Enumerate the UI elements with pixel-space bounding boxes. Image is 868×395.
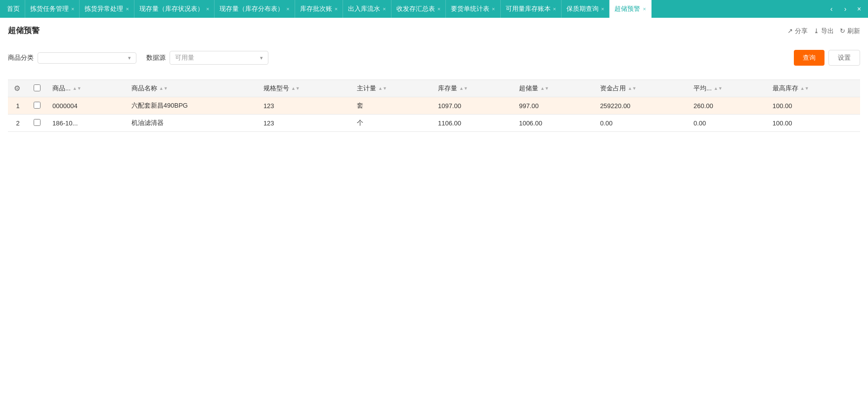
row-checkbox[interactable] (34, 119, 41, 126)
sort-icon: ▲▼ (159, 86, 168, 91)
share-button[interactable]: ↗ 分享 (787, 27, 808, 36)
row-stock-qty: 1106.00 (432, 115, 513, 132)
row-product-name: 六配套新昌490BPG (126, 97, 258, 115)
nav-arrows: ‹ › × (825, 0, 866, 18)
nav-tab-order-stat[interactable]: 要货单统计表 × (446, 0, 500, 18)
nav-tab-inout-flow[interactable]: 出入库流水 × (343, 0, 391, 18)
nav-more-button[interactable]: × (852, 0, 866, 18)
close-icon[interactable]: × (126, 6, 129, 12)
table-th-stock-qty[interactable]: 库存量 ▲▼ (432, 80, 513, 97)
close-icon[interactable]: × (553, 6, 556, 12)
export-icon: ⤓ (814, 27, 819, 35)
sort-icon: ▲▼ (459, 86, 468, 91)
close-icon[interactable]: × (383, 6, 386, 12)
datasource-label: 数据源 (146, 53, 166, 62)
row-spec: 123 (258, 115, 351, 132)
row-avg: 0.00 (688, 115, 767, 132)
close-icon[interactable]: × (206, 6, 209, 12)
row-capital: 0.00 (594, 115, 688, 132)
category-filter-item: 商品分类 ▾ (8, 52, 136, 64)
nav-tab-recv-send[interactable]: 收发存汇总表 × (391, 0, 446, 18)
chevron-down-icon: ▾ (260, 55, 263, 61)
close-icon[interactable]: × (643, 6, 646, 12)
category-label: 商品分类 (8, 53, 34, 62)
close-icon[interactable]: × (335, 6, 338, 12)
page-header: 超储预警 ↗ 分享 ⤓ 导出 ↻ 刷新 (8, 26, 860, 36)
row-num: 1 (8, 97, 28, 115)
table-th-product-code[interactable]: 商品... ▲▼ (46, 80, 126, 97)
table-row: 1 0000004 六配套新昌490BPG 123 套 1097.00 997.… (8, 97, 860, 115)
refresh-button[interactable]: ↻ 刷新 (840, 27, 860, 36)
row-stock-qty: 1097.00 (432, 97, 513, 115)
table-th-unit[interactable]: 主计量 ▲▼ (351, 80, 432, 97)
sort-icon: ▲▼ (714, 86, 723, 91)
row-max-stock: 100.00 (767, 97, 860, 115)
table-th-max-stock[interactable]: 最高库存 ▲▼ (767, 80, 860, 97)
table-th-capital[interactable]: 资金占用 ▲▼ (594, 80, 688, 97)
row-num: 2 (8, 115, 28, 132)
sort-icon: ▲▼ (73, 86, 82, 91)
row-product-name: 机油滤清器 (126, 115, 258, 132)
table-th-over-qty[interactable]: 超储量 ▲▼ (513, 80, 594, 97)
settings-button[interactable]: 设置 (828, 50, 860, 66)
sort-icon: ▲▼ (291, 86, 300, 91)
row-max-stock: 100.00 (767, 115, 860, 132)
nav-tab-avail-stock[interactable]: 可用量库存账本 × (501, 0, 562, 18)
close-icon[interactable]: × (71, 6, 74, 12)
select-all-checkbox[interactable] (34, 84, 41, 91)
table-row: 2 186-10... 机油滤清器 123 个 1106.00 1006.00 … (8, 115, 860, 132)
row-unit: 套 (351, 97, 432, 115)
nav-tab-stock-status[interactable]: 现存量（库存状况表） × (134, 0, 215, 18)
top-navigation: 首页 拣货任务管理 × 拣货异常处理 × 现存量（库存状况表） × 现存量（库存… (0, 0, 868, 18)
row-over-qty: 997.00 (513, 97, 594, 115)
table-th-product-name[interactable]: 商品名称 ▲▼ (126, 80, 258, 97)
sort-icon: ▲▼ (628, 86, 637, 91)
refresh-icon: ↻ (840, 27, 845, 35)
data-table: ⚙ 商品... ▲▼ 商品名称 ▲▼ (8, 79, 860, 132)
nav-tab-home[interactable]: 首页 (2, 0, 25, 18)
nav-tab-batch-account[interactable]: 库存批次账 × (295, 0, 343, 18)
close-icon[interactable]: × (492, 6, 495, 12)
row-checkbox-cell (28, 115, 46, 132)
table-header-row: ⚙ 商品... ▲▼ 商品名称 ▲▼ (8, 80, 860, 97)
row-product-code: 186-10... (46, 115, 126, 132)
nav-tab-pick-abnormal[interactable]: 拣货异常处理 × (80, 0, 134, 18)
row-over-qty: 1006.00 (513, 115, 594, 132)
close-icon[interactable]: × (437, 6, 440, 12)
main-content: 超储预警 ↗ 分享 ⤓ 导出 ↻ 刷新 商品分类 ▾ 数据源 (0, 18, 868, 395)
datasource-select[interactable]: 可用量 ▾ (170, 51, 268, 65)
share-icon: ↗ (787, 27, 793, 35)
nav-tab-pick-task[interactable]: 拣货任务管理 × (25, 0, 80, 18)
datasource-select-value: 可用量 (175, 53, 194, 62)
close-icon[interactable]: × (601, 6, 604, 12)
row-unit: 个 (351, 115, 432, 132)
nav-tab-stock-dist[interactable]: 现存量（库存分布表） × (215, 0, 295, 18)
filter-actions: 查询 设置 (794, 50, 860, 66)
gear-icon[interactable]: ⚙ (14, 84, 20, 92)
table-th-spec[interactable]: 规格型号 ▲▼ (258, 80, 351, 97)
nav-next-button[interactable]: › (838, 0, 852, 18)
sort-icon: ▲▼ (540, 86, 549, 91)
row-capital: 259220.00 (594, 97, 688, 115)
row-product-code: 0000004 (46, 97, 126, 115)
filter-bar: 商品分类 ▾ 数据源 可用量 ▾ 查询 设置 (8, 44, 860, 72)
chevron-down-icon: ▾ (128, 55, 131, 61)
nav-tab-shelf-life[interactable]: 保质期查询 × (562, 0, 609, 18)
close-icon[interactable]: × (286, 6, 289, 12)
table-th-avg[interactable]: 平均... ▲▼ (688, 80, 767, 97)
nav-prev-button[interactable]: ‹ (825, 0, 838, 18)
row-spec: 123 (258, 97, 351, 115)
table-th-gear: ⚙ (8, 80, 28, 97)
table-th-checkbox (28, 80, 46, 97)
datasource-filter-item: 数据源 可用量 ▾ (146, 51, 268, 65)
row-checkbox-cell (28, 97, 46, 115)
query-button[interactable]: 查询 (794, 50, 825, 66)
row-avg: 260.00 (688, 97, 767, 115)
category-select[interactable]: ▾ (38, 52, 136, 64)
nav-tab-overstock[interactable]: 超储预警 × (609, 0, 651, 18)
row-checkbox[interactable] (34, 102, 41, 109)
page-title: 超储预警 (8, 26, 40, 36)
header-actions: ↗ 分享 ⤓ 导出 ↻ 刷新 (787, 27, 860, 36)
export-button[interactable]: ⤓ 导出 (814, 27, 834, 36)
sort-icon: ▲▼ (800, 86, 809, 91)
